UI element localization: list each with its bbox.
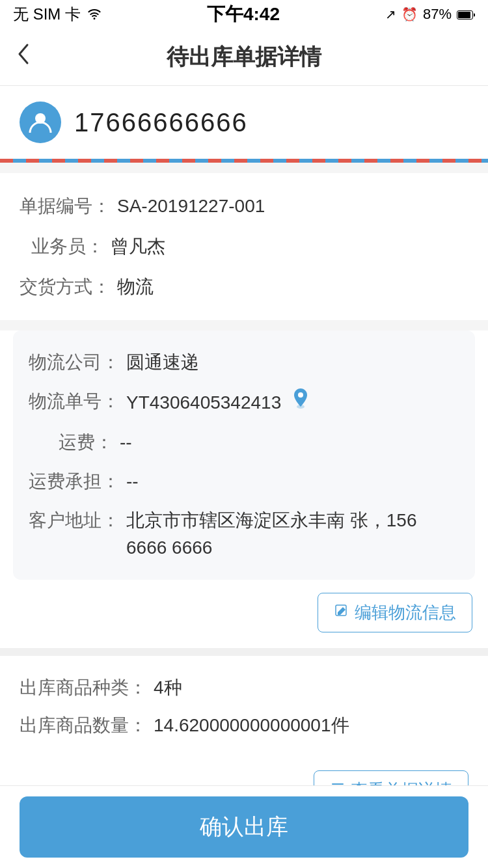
logistics-company-value: 圆通速递 [126, 349, 459, 376]
delivery-label: 交货方式： [20, 273, 111, 301]
nav-bar: 待出库单据详情 [0, 29, 488, 86]
freight-bear-row: 运费承担： -- [29, 468, 459, 495]
battery-icon [457, 5, 475, 23]
confirm-outbound-button[interactable]: 确认出库 [20, 796, 468, 858]
goods-section: 出库商品种类： 4种 出库商品数量： 14.620000000000001件 [0, 656, 488, 757]
salesman-row: 业务员： 曾凡杰 [20, 233, 468, 260]
goods-quantity-label: 出库商品数量： [20, 713, 147, 738]
goods-types-label: 出库商品种类： [20, 675, 147, 700]
location-pin-icon[interactable] [291, 388, 310, 417]
edit-logistics-button[interactable]: 编辑物流信息 [318, 593, 472, 632]
goods-quantity-value: 14.620000000000001件 [154, 713, 468, 738]
back-button[interactable] [16, 41, 31, 73]
goods-types-row: 出库商品种类： 4种 [20, 675, 468, 700]
address-label: 客户地址： [29, 507, 120, 534]
delivery-row: 交货方式： 物流 [20, 273, 468, 301]
dashed-border [0, 159, 488, 163]
salesman-label: 业务员： [20, 233, 104, 260]
logistics-tracking-label: 物流单号： [29, 388, 120, 415]
location-arrow-icon: ↗ [385, 7, 396, 22]
freight-bear-value: -- [126, 468, 459, 495]
status-time: 下午4:42 [207, 2, 280, 27]
order-id-value: SA-20191227-001 [117, 193, 468, 220]
logistics-inner: 物流公司： 圆通速递 物流单号： YT4306405342413 [13, 331, 475, 580]
logistics-card: 物流公司： 圆通速递 物流单号： YT4306405342413 [0, 331, 488, 648]
freight-row: 运费： -- [29, 429, 459, 456]
delivery-value: 物流 [117, 273, 468, 301]
customer-header: 17666666666 [0, 86, 488, 159]
status-right: ↗ ⏰ 87% [385, 5, 475, 23]
goods-types-value: 4种 [154, 675, 468, 700]
logistics-company-row: 物流公司： 圆通速递 [29, 349, 459, 376]
order-info-section: 单据编号： SA-20191227-001 业务员： 曾凡杰 交货方式： 物流 [0, 173, 488, 320]
edit-logistics-label: 编辑物流信息 [355, 601, 456, 624]
wifi-icon [87, 5, 102, 23]
avatar [20, 102, 61, 143]
edit-icon [334, 603, 349, 623]
address-row: 客户地址： 北京市市辖区海淀区永丰南 张，156 6666 6666 [29, 507, 459, 562]
svg-rect-1 [458, 12, 470, 18]
logistics-company-label: 物流公司： [29, 349, 120, 376]
svg-rect-6 [332, 783, 344, 785]
freight-label: 运费： [29, 429, 113, 456]
carrier-label: 无 SIM 卡 [13, 4, 81, 25]
confirm-btn-wrapper: 确认出库 [0, 785, 488, 868]
order-id-row: 单据编号： SA-20191227-001 [20, 193, 468, 220]
order-id-label: 单据编号： [20, 193, 111, 220]
address-value: 北京市市辖区海淀区永丰南 张，156 6666 6666 [126, 507, 459, 562]
goods-quantity-row: 出库商品数量： 14.620000000000001件 [20, 713, 468, 738]
freight-value: -- [120, 429, 459, 456]
customer-phone: 17666666666 [74, 108, 248, 137]
logistics-tracking-row: 物流单号： YT4306405342413 [29, 388, 459, 417]
edit-logistics-wrapper: 编辑物流信息 [0, 580, 488, 648]
svg-point-4 [298, 392, 303, 398]
logistics-tracking-value: YT4306405342413 [126, 388, 459, 417]
freight-bear-label: 运费承担： [29, 468, 120, 495]
salesman-value: 曾凡杰 [111, 233, 468, 260]
status-bar: 无 SIM 卡 下午4:42 ↗ ⏰ 87% [0, 0, 488, 29]
section-divider [0, 648, 488, 656]
page-title: 待出库单据详情 [167, 42, 321, 72]
alarm-icon: ⏰ [401, 7, 418, 22]
battery-percent: 87% [423, 6, 452, 23]
status-left: 无 SIM 卡 [13, 4, 102, 25]
